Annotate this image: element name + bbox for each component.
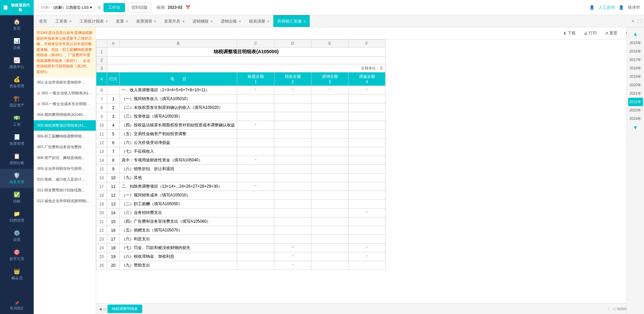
tab-所得税汇算缴[interactable]: 所得税汇算缴× bbox=[273, 15, 310, 27]
tab-发票[interactable]: 发票× bbox=[112, 15, 132, 27]
c1-cell[interactable] bbox=[237, 244, 274, 252]
tab-发票开具[interactable]: 发票开具× bbox=[160, 15, 188, 27]
c4-cell[interactable] bbox=[348, 147, 386, 156]
c3-cell[interactable] bbox=[311, 261, 348, 270]
c3-cell[interactable] bbox=[311, 138, 348, 147]
form-item-004[interactable]: 004-期间费用明细表(A1040... bbox=[34, 109, 96, 120]
year-btn-2023年[interactable]: 2023年 bbox=[628, 106, 643, 115]
tab-close[interactable]: × bbox=[182, 20, 184, 23]
c4-cell[interactable] bbox=[348, 138, 386, 147]
calendar-icon[interactable]: 📅 bbox=[185, 5, 190, 10]
c1-cell[interactable]: * bbox=[237, 86, 274, 95]
tab-close[interactable]: × bbox=[126, 20, 128, 23]
c2-cell[interactable] bbox=[274, 112, 311, 121]
c1-cell[interactable] bbox=[237, 252, 274, 261]
sidebar-item-首页[interactable]: 🏠首页 bbox=[0, 15, 34, 34]
c1-cell[interactable] bbox=[237, 147, 274, 156]
sidebar-item-畅会员[interactable]: 👑畅会员 bbox=[0, 265, 34, 284]
c2-cell[interactable] bbox=[274, 156, 311, 165]
copy-icon[interactable]: ⧉ bbox=[98, 5, 101, 10]
year-btn-2018年[interactable]: 2018年 bbox=[628, 64, 643, 72]
year-btn-2022年[interactable]: 2022年 bbox=[628, 98, 643, 106]
c3-cell[interactable] bbox=[311, 244, 348, 252]
item-cell[interactable]: （七）罚金、罚款和被没收财物的损失 bbox=[120, 244, 237, 252]
c3-cell[interactable] bbox=[311, 165, 348, 174]
print-button[interactable]: 🖨 打印 bbox=[582, 29, 599, 37]
c2-cell[interactable] bbox=[274, 217, 311, 226]
c3-cell[interactable] bbox=[311, 191, 348, 200]
c3-cell[interactable] bbox=[311, 130, 348, 138]
c4-cell[interactable]: * bbox=[348, 252, 386, 261]
c3-cell[interactable] bbox=[311, 174, 348, 182]
sidebar-item-设置[interactable]: ⚙️设置 bbox=[0, 226, 34, 246]
c2-cell[interactable] bbox=[274, 200, 311, 209]
c2-cell[interactable]: * bbox=[274, 86, 311, 95]
c2-cell[interactable] bbox=[274, 121, 311, 130]
sheet-area[interactable]: A B C D E F 1 纳税调整项目明细表(A105000) bbox=[96, 39, 644, 303]
year-btn-2024年[interactable]: 2024年 bbox=[628, 115, 643, 123]
c1-cell[interactable]: * bbox=[237, 121, 274, 130]
c3-cell[interactable]: * bbox=[311, 86, 348, 95]
c4-cell[interactable] bbox=[348, 95, 386, 103]
c3-cell[interactable] bbox=[311, 112, 348, 121]
c1-cell[interactable] bbox=[237, 112, 274, 121]
c2-cell[interactable] bbox=[274, 209, 311, 217]
c2-cell[interactable] bbox=[274, 165, 311, 174]
item-cell[interactable]: （七）不征税收入 bbox=[120, 147, 237, 156]
c4-cell[interactable] bbox=[348, 121, 386, 130]
c1-cell[interactable] bbox=[237, 130, 274, 138]
year-scroll-up[interactable]: ▲ bbox=[632, 30, 639, 38]
c2-cell[interactable] bbox=[274, 103, 311, 112]
c3-cell[interactable] bbox=[311, 209, 348, 217]
c1-cell[interactable] bbox=[237, 95, 274, 103]
c4-cell[interactable] bbox=[348, 226, 386, 235]
download-button[interactable]: ⬇ 下载 bbox=[561, 29, 578, 37]
form-item-009[interactable]: 009-企业所得税弥补亏损明... bbox=[34, 163, 96, 174]
tab-close[interactable]: × bbox=[304, 20, 306, 23]
c1-cell[interactable] bbox=[237, 200, 274, 209]
c3-cell[interactable] bbox=[311, 103, 348, 112]
form-item-007[interactable]: 007-广告费和业务宣传费跨... bbox=[34, 142, 96, 153]
c4-cell[interactable] bbox=[348, 174, 386, 182]
c2-cell[interactable]: * bbox=[274, 261, 311, 270]
year-btn-2016年[interactable]: 2016年 bbox=[628, 47, 643, 56]
item-cell[interactable]: 其中：专项用途财政性资金（填写A105040） bbox=[120, 156, 237, 165]
c1-cell[interactable]: * bbox=[237, 182, 274, 191]
form-item-011[interactable]: 011-研发费用加计扣除优惠... bbox=[34, 185, 96, 196]
sidebar-footer[interactable]: 📌 取消固定 bbox=[9, 298, 25, 314]
sidebar-item-新手引导[interactable]: 🎯新手引导 bbox=[0, 246, 34, 265]
close-all-icon[interactable]: ✕ bbox=[631, 19, 635, 24]
year-btn-2019年[interactable]: 2019年 bbox=[628, 72, 643, 81]
c4-cell[interactable] bbox=[348, 112, 386, 121]
scrollbar-left[interactable]: ◁ bbox=[612, 307, 615, 311]
item-cell[interactable]: （八）销售折扣、折让和退回 bbox=[120, 165, 237, 174]
item-cell[interactable]: （一）视同销售成本（填写A105010） bbox=[120, 191, 237, 200]
sidebar-item-总账[interactable]: 📊总账 bbox=[0, 34, 34, 54]
item-cell[interactable]: （三）业务招待费支出 bbox=[120, 209, 237, 217]
c4-cell[interactable] bbox=[348, 217, 386, 226]
c4-cell[interactable]: * bbox=[348, 244, 386, 252]
tab-close[interactable]: × bbox=[239, 20, 241, 23]
c1-cell[interactable] bbox=[237, 103, 274, 112]
c2-cell[interactable] bbox=[274, 235, 311, 244]
item-cell[interactable]: （八）税收滞纳金、加收利息 bbox=[120, 252, 237, 261]
c3-cell[interactable] bbox=[311, 235, 348, 244]
c1-cell[interactable] bbox=[237, 174, 274, 182]
sidebar-item-进销台账[interactable]: 📋进销台账 bbox=[0, 150, 34, 169]
c2-cell[interactable]: * bbox=[274, 244, 311, 252]
tab-close[interactable]: × bbox=[267, 20, 269, 23]
c4-cell[interactable] bbox=[348, 165, 386, 174]
item-cell[interactable]: （五）捐赠支出（填写A105070） bbox=[120, 226, 237, 235]
c1-cell[interactable] bbox=[237, 217, 274, 226]
c3-cell[interactable] bbox=[311, 156, 348, 165]
year-btn-2020年[interactable]: 2020年 bbox=[628, 81, 643, 89]
sidebar-item-归档管理[interactable]: 📁归档管理 bbox=[0, 207, 34, 226]
tab-税表清册[interactable]: 税表清册× bbox=[245, 15, 273, 27]
c1-cell[interactable] bbox=[237, 138, 274, 147]
c4-cell[interactable] bbox=[348, 156, 386, 165]
sidebar-item-工资[interactable]: 💵工资 bbox=[0, 111, 34, 130]
reset-button[interactable]: ↺ 重置 bbox=[603, 29, 619, 37]
user-name[interactable]: 徐泽华 bbox=[628, 5, 640, 10]
c2-cell[interactable] bbox=[274, 226, 311, 235]
item-cell[interactable]: （九）赞助支出 bbox=[120, 261, 237, 270]
